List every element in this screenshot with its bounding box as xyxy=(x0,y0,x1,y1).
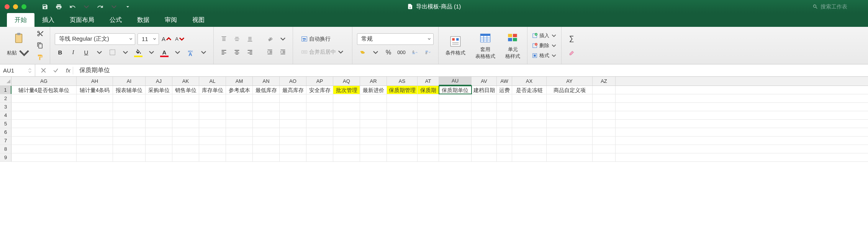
insert-cells-button[interactable]: 插入 xyxy=(532,32,557,39)
conditional-format-button[interactable]: 条件格式 xyxy=(443,35,468,56)
cell-AK3[interactable] xyxy=(172,103,199,111)
tab-公式[interactable]: 公式 xyxy=(102,13,129,27)
cell-AQ3[interactable] xyxy=(333,103,360,111)
select-all-corner[interactable] xyxy=(0,77,11,86)
cell-AI2[interactable] xyxy=(113,94,146,102)
cell-AU6[interactable] xyxy=(439,128,472,136)
cell-AJ4[interactable] xyxy=(146,111,172,119)
col-header-AH[interactable]: AH xyxy=(77,77,113,86)
cell-AP2[interactable] xyxy=(306,94,333,102)
cell-AZ6[interactable] xyxy=(593,128,616,136)
cell-AJ9[interactable] xyxy=(146,153,172,161)
cell-AM6[interactable] xyxy=(226,128,253,136)
customize-qat-button[interactable] xyxy=(121,2,134,12)
orientation-button[interactable]: ab xyxy=(264,34,275,44)
cell-AI9[interactable] xyxy=(113,153,146,161)
cell-AZ3[interactable] xyxy=(593,103,616,111)
cell-AK2[interactable] xyxy=(172,94,199,102)
align-top-button[interactable] xyxy=(218,34,229,44)
row-header-1[interactable]: 1 xyxy=(0,86,11,94)
cell-AI3[interactable] xyxy=(113,103,146,111)
decrease-font-button[interactable]: A xyxy=(175,34,185,44)
cell-AS4[interactable] xyxy=(387,111,418,119)
col-header-AV[interactable]: AV xyxy=(472,77,497,86)
cell-AP4[interactable] xyxy=(306,111,333,119)
italic-button[interactable]: I xyxy=(68,47,79,58)
cell-AR1[interactable]: 最新进价 xyxy=(360,86,387,94)
cell-AU1[interactable]: 保质期单位 xyxy=(439,86,472,94)
cell-AG5[interactable] xyxy=(11,120,77,128)
col-header-AY[interactable]: AY xyxy=(547,77,593,86)
cell-AG7[interactable] xyxy=(11,137,77,145)
format-cells-button[interactable]: 格式 xyxy=(532,52,557,59)
cell-AS2[interactable] xyxy=(387,94,418,102)
clear-button[interactable] xyxy=(566,47,577,58)
cell-AO2[interactable] xyxy=(280,94,306,102)
phonetic-guide-button[interactable]: abcA xyxy=(185,47,196,58)
format-as-table-button[interactable]: 套用 表格格式 xyxy=(473,31,498,60)
cell-AV5[interactable] xyxy=(472,120,497,128)
cell-AX5[interactable] xyxy=(512,120,547,128)
cell-AG4[interactable] xyxy=(11,111,77,119)
cell-AZ2[interactable] xyxy=(593,94,616,102)
cell-AM7[interactable] xyxy=(226,137,253,145)
cell-AN6[interactable] xyxy=(253,128,280,136)
increase-decimal-button[interactable]: .0.00 xyxy=(409,47,420,58)
cell-AV4[interactable] xyxy=(472,111,497,119)
cell-AM4[interactable] xyxy=(226,111,253,119)
cell-AT7[interactable] xyxy=(418,137,439,145)
cell-AM8[interactable] xyxy=(226,145,253,153)
copy-button[interactable] xyxy=(34,40,45,51)
cell-AR6[interactable] xyxy=(360,128,387,136)
cell-AQ6[interactable] xyxy=(333,128,360,136)
cell-AH1[interactable]: 辅计量4条码 xyxy=(77,86,113,94)
cell-AW5[interactable] xyxy=(497,120,512,128)
cell-AZ7[interactable] xyxy=(593,137,616,145)
cell-AN7[interactable] xyxy=(253,137,280,145)
undo-dropdown[interactable] xyxy=(79,2,93,12)
col-header-AK[interactable]: AK xyxy=(172,77,199,86)
cell-AQ2[interactable] xyxy=(333,94,360,102)
cell-AY2[interactable] xyxy=(547,94,593,102)
cell-AS9[interactable] xyxy=(387,153,418,161)
cell-AV8[interactable] xyxy=(472,145,497,153)
font-size-select[interactable]: 11 xyxy=(138,33,159,45)
borders-dropdown[interactable] xyxy=(120,48,131,57)
borders-button[interactable] xyxy=(107,47,118,58)
cell-AH3[interactable] xyxy=(77,103,113,111)
cell-AJ3[interactable] xyxy=(146,103,172,111)
cell-AS8[interactable] xyxy=(387,145,418,153)
cell-AJ7[interactable] xyxy=(146,137,172,145)
autosum-button[interactable]: ∑ xyxy=(566,33,577,44)
cell-AX7[interactable] xyxy=(512,137,547,145)
cell-AR9[interactable] xyxy=(360,153,387,161)
merge-center-button[interactable]: 合并后居中 xyxy=(298,47,347,58)
align-right-button[interactable] xyxy=(244,47,255,58)
cell-AT6[interactable] xyxy=(418,128,439,136)
chevron-down-icon[interactable] xyxy=(28,71,32,73)
row-header-2[interactable]: 2 xyxy=(0,94,11,102)
cell-AK9[interactable] xyxy=(172,153,199,161)
delete-cells-button[interactable]: 删除 xyxy=(532,42,557,49)
cell-AP9[interactable] xyxy=(306,153,333,161)
cell-AK6[interactable] xyxy=(172,128,199,136)
cell-AO3[interactable] xyxy=(280,103,306,111)
cell-AU7[interactable] xyxy=(439,137,472,145)
col-header-AL[interactable]: AL xyxy=(199,77,226,86)
cell-AO5[interactable] xyxy=(280,120,306,128)
cell-AU3[interactable] xyxy=(439,103,472,111)
cell-AJ2[interactable] xyxy=(146,94,172,102)
col-header-AG[interactable]: AG xyxy=(11,77,77,86)
cell-AO1[interactable]: 最高库存 xyxy=(280,86,306,94)
fill-color-dropdown[interactable] xyxy=(146,48,157,57)
cell-AN4[interactable] xyxy=(253,111,280,119)
redo-dropdown[interactable] xyxy=(107,2,121,12)
cell-AP8[interactable] xyxy=(306,145,333,153)
cell-AN8[interactable] xyxy=(253,145,280,153)
cell-AJ8[interactable] xyxy=(146,145,172,153)
cell-AI5[interactable] xyxy=(113,120,146,128)
cell-AN5[interactable] xyxy=(253,120,280,128)
print-button[interactable] xyxy=(52,2,66,12)
col-header-AJ[interactable]: AJ xyxy=(146,77,172,86)
cell-AY5[interactable] xyxy=(547,120,593,128)
